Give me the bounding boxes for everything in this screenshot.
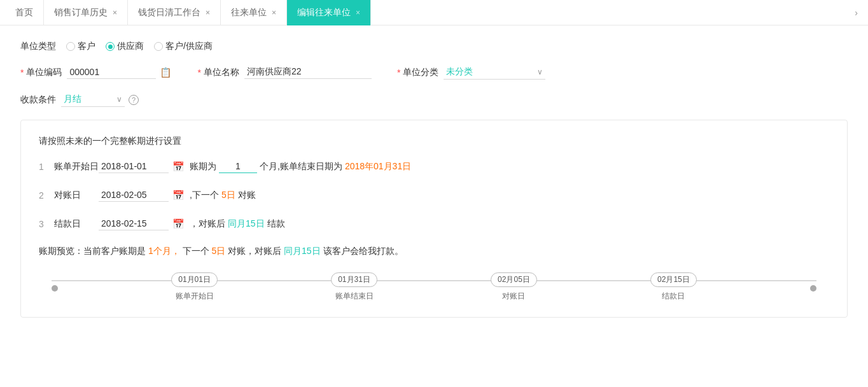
timeline-start-circle (52, 285, 58, 292)
help-icon[interactable]: ? (129, 95, 139, 105)
unit-type-label: 单位类型 (20, 41, 56, 52)
section-title: 请按照未来的一个完整帐期进行设置 (39, 136, 829, 147)
node-label-3: 对账日 (502, 291, 525, 302)
radio-label-customer: 客户 (78, 41, 95, 52)
unit-name-label: 单位名称 (204, 67, 239, 78)
period-input[interactable] (219, 160, 257, 173)
unit-name-group: * 单位名称 (197, 66, 371, 79)
node-label-2: 账单结束日 (335, 291, 374, 302)
setting-row-1: 1 账单开始日 📅 账期为 个月,账单结束日期为 2018年01月31日 (39, 160, 829, 173)
tab-home[interactable]: 首页 (5, 0, 44, 25)
payment-condition-dropdown[interactable]: 月结 ∨ (61, 92, 125, 107)
row-num-2: 2 (39, 190, 54, 201)
preview-mid2: 对账，对账后 (228, 246, 281, 256)
payment-date-input[interactable] (99, 217, 169, 230)
row-desc-1: 账期为 个月,账单结束日期为 2018年01月31日 (190, 160, 411, 173)
setting-row-2: 2 对账日 📅 ,下一个 5日 对账 (39, 188, 829, 202)
period-suffix: 个月,账单结束日期为 (260, 161, 342, 172)
unit-name-input[interactable] (244, 66, 372, 79)
unit-info-row: * 单位编码 📋 * 单位名称 * 单位分类 未分类 ∨ (20, 65, 848, 80)
timeline-end-dot (810, 275, 816, 302)
tabs-bar: 首页 销售订单历史 × 钱货日清工作台 × 往来单位 × 编辑往来单位 × › (0, 0, 868, 25)
start-date-input[interactable] (99, 160, 169, 173)
tab-close-sales-history[interactable]: × (113, 8, 117, 17)
reconcile-suffix: 对账 (238, 190, 256, 201)
unit-type-row: 单位类型 客户 供应商 客户/供应商 (20, 41, 848, 52)
tab-close-edit-partner[interactable]: × (356, 8, 360, 17)
unit-code-label: 单位编码 (26, 67, 62, 78)
node-badge-1: 01月01日 (171, 272, 218, 287)
node-badge-2: 01月31日 (331, 272, 377, 287)
start-date-calendar-icon[interactable]: 📅 (172, 161, 185, 172)
radio-circle-both (154, 42, 163, 51)
payment-prefix: ，对账后 (190, 218, 225, 230)
radio-label-both: 客户/供应商 (165, 41, 213, 52)
radio-circle-supplier (106, 42, 115, 51)
payment-condition-label: 收款条件 (20, 94, 56, 106)
node-badge-3: 02月05日 (491, 272, 537, 287)
row-num-1: 1 (39, 162, 54, 172)
node-label-4: 结款日 (662, 291, 685, 302)
period-end-date: 2018年01月31日 (345, 161, 411, 172)
unit-code-group: * 单位编码 📋 (20, 66, 172, 79)
radio-customer[interactable]: 客户 (66, 41, 95, 52)
radio-both[interactable]: 客户/供应商 (154, 41, 213, 52)
unit-name-required: * (197, 67, 200, 78)
preview-mid: 下一个 (183, 246, 209, 256)
tab-close-cash-work[interactable]: × (206, 8, 210, 17)
preview-text: 账期预览：当前客户账期是 1个月， 下一个 5日 对账，对账后 同月15日 该客… (39, 246, 829, 257)
row-type-3: 结款日 (54, 218, 99, 230)
payment-condition-arrow: ∨ (116, 95, 122, 104)
timeline-start-dot (52, 275, 58, 302)
timeline-node-2: 01月31日 账单结束日 (331, 272, 377, 302)
radio-label-supplier: 供应商 (117, 41, 144, 52)
period-section: 请按照未来的一个完整帐期进行设置 1 账单开始日 📅 账期为 个月,账单结束日期… (20, 120, 848, 318)
unit-class-dropdown[interactable]: 未分类 ∨ (444, 65, 545, 80)
unit-class-arrow: ∨ (537, 67, 543, 76)
preview-reconcile: 5日 (211, 246, 225, 256)
payment-condition-value: 月结 (64, 94, 113, 105)
unit-code-icon[interactable]: 📋 (160, 67, 172, 78)
unit-code-input[interactable] (67, 66, 156, 79)
preview-prefix: 账期预览：当前客户账期是 (39, 246, 146, 256)
tab-cash-work[interactable]: 钱货日清工作台 × (128, 0, 221, 25)
reconcile-date-input[interactable] (99, 188, 169, 202)
preview-period: 1个月， (148, 246, 180, 256)
tab-partners[interactable]: 往来单位 × (221, 0, 287, 25)
tab-edit-partner[interactable]: 编辑往来单位 × (287, 0, 371, 25)
radio-supplier[interactable]: 供应商 (106, 41, 144, 52)
page-content: 单位类型 客户 供应商 客户/供应商 * 单位编码 📋 * (0, 25, 868, 387)
unit-code-required: * (20, 67, 24, 78)
unit-type-radio-group: 客户 供应商 客户/供应商 (66, 41, 213, 52)
timeline-nodes: 01月01日 账单开始日 01月31日 账单结束日 02月05日 对账日 02月… (52, 272, 816, 302)
tab-sales-history[interactable]: 销售订单历史 × (44, 0, 128, 25)
payment-suffix: 结款 (267, 218, 285, 230)
timeline-node-3: 02月05日 对账日 (491, 272, 537, 302)
timeline-end-circle (810, 285, 816, 292)
node-label-1: 账单开始日 (176, 291, 214, 302)
unit-class-group: * 单位分类 未分类 ∨ (397, 65, 545, 80)
timeline: 01月01日 账单开始日 01月31日 账单结束日 02月05日 对账日 02月… (39, 272, 829, 302)
unit-class-required: * (397, 67, 400, 78)
reconcile-date-calendar-icon[interactable]: 📅 (172, 190, 185, 201)
row-desc-2: ,下一个 5日 对账 (190, 190, 256, 201)
timeline-node-1: 01月01日 账单开始日 (171, 272, 218, 302)
timeline-node-4: 02月15日 结款日 (650, 272, 697, 302)
unit-class-value: 未分类 (446, 66, 533, 78)
row-desc-3: ，对账后 同月15日 结款 (190, 218, 285, 230)
payment-highlight: 同月15日 (228, 218, 265, 230)
reconcile-prefix: ,下一个 (190, 190, 219, 201)
unit-class-label: 单位分类 (403, 67, 438, 78)
row-num-3: 3 (39, 219, 54, 229)
preview-suffix: 该客户会给我打款。 (323, 246, 403, 256)
tab-close-partners[interactable]: × (272, 8, 276, 17)
tabs-next-arrow[interactable]: › (850, 8, 863, 18)
row-type-2: 对账日 (54, 190, 99, 201)
node-badge-4: 02月15日 (650, 272, 697, 287)
reconcile-highlight: 5日 (221, 190, 235, 201)
radio-circle-customer (66, 42, 75, 51)
setting-row-3: 3 结款日 📅 ，对账后 同月15日 结款 (39, 217, 829, 230)
payment-date-calendar-icon[interactable]: 📅 (172, 218, 185, 230)
row-type-1: 账单开始日 (54, 161, 99, 172)
period-for-label: 账期为 (190, 161, 216, 172)
